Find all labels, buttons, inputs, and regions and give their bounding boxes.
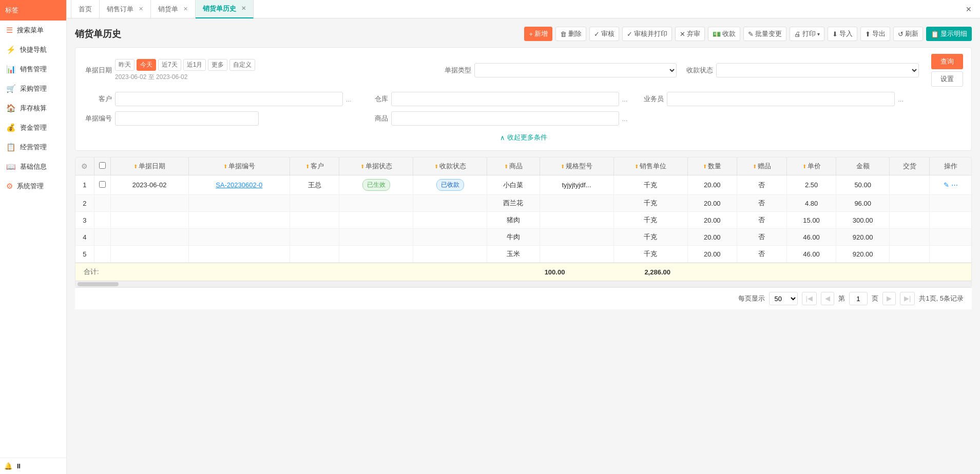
spec-sort[interactable]: ⬆ 规格型号 xyxy=(544,162,609,171)
warehouse-dots-icon[interactable]: ... xyxy=(622,95,628,103)
docno-input[interactable] xyxy=(115,111,259,126)
prev-page-button[interactable]: ◀ xyxy=(821,292,834,305)
gift-sort[interactable]: ⬆ 赠品 xyxy=(741,162,782,171)
row-doc-no-cell[interactable] xyxy=(188,195,290,212)
edit-icon[interactable]: ✎ xyxy=(944,181,949,189)
row-checkbox-cell[interactable] xyxy=(94,195,110,212)
price-sort[interactable]: ⬆ 单价 xyxy=(791,162,832,171)
tab-sales-order[interactable]: 销售订单 ✕ xyxy=(100,0,151,18)
show-detail-button[interactable]: 📋 显示明细 xyxy=(926,27,972,41)
warehouse-input[interactable] xyxy=(391,92,619,106)
row-doc-no-cell[interactable] xyxy=(188,212,290,229)
doc-no-link[interactable]: SA-20230602-0 xyxy=(216,181,262,189)
refresh-button[interactable]: ↺ 刷新 xyxy=(893,27,923,41)
tab-home[interactable]: 首页 xyxy=(71,0,100,18)
collect-status-select[interactable] xyxy=(716,63,919,77)
page-number-input[interactable] xyxy=(849,292,868,305)
tab-sales-delivery[interactable]: 销货单 ✕ xyxy=(151,0,196,18)
col-doc-date-header[interactable]: ⬆ 单据日期 xyxy=(110,157,188,175)
col-doc-no-header[interactable]: ⬆ 单据编号 xyxy=(188,157,290,175)
pause-icon[interactable]: ⏸ xyxy=(15,462,22,470)
new-button[interactable]: + 新增 xyxy=(524,27,552,41)
col-collect-status-header[interactable]: ⬆ 收款状态 xyxy=(413,157,487,175)
row-action-cell[interactable] xyxy=(930,212,971,229)
row-action-cell[interactable] xyxy=(930,195,971,212)
doc-status-sort[interactable]: ⬆ 单据状态 xyxy=(343,162,409,171)
staff-dots-icon[interactable]: ... xyxy=(898,95,904,103)
date-btn-yesterday[interactable]: 昨天 xyxy=(115,59,134,71)
col-doc-status-header[interactable]: ⬆ 单据状态 xyxy=(339,157,413,175)
date-btn-7days[interactable]: 近7天 xyxy=(158,59,181,71)
next-page-button[interactable]: ▶ xyxy=(882,292,896,305)
select-all-checkbox[interactable] xyxy=(99,162,106,169)
close-sales-delivery-icon[interactable]: ✕ xyxy=(183,6,188,12)
first-page-button[interactable]: |◀ xyxy=(802,292,817,305)
sidebar-item-sys-mgmt[interactable]: ⚙ 系统管理 xyxy=(0,176,66,196)
abandon-button[interactable]: ✕ 弃审 xyxy=(675,27,705,41)
row-doc-no-cell[interactable] xyxy=(188,246,290,263)
row-checkbox-cell[interactable] xyxy=(94,175,110,195)
import-button[interactable]: ⬇ 导入 xyxy=(828,27,857,41)
row-action-cell[interactable]: ✎⋯ xyxy=(930,175,971,195)
doc-no-sort[interactable]: ⬆ 单据编号 xyxy=(193,162,285,171)
customer-input[interactable] xyxy=(115,92,343,106)
col-customer-header[interactable]: ⬆ 客户 xyxy=(290,157,339,175)
staff-input[interactable] xyxy=(667,92,895,106)
col-goods-header[interactable]: ⬆ 商品 xyxy=(487,157,540,175)
close-sales-history-icon[interactable]: ✕ xyxy=(241,5,246,12)
per-page-select[interactable]: 50 100 200 xyxy=(769,292,798,305)
horizontal-scrollbar[interactable] xyxy=(75,281,971,287)
doc-date-sort[interactable]: ⬆ 单据日期 xyxy=(115,162,184,171)
gear-icon[interactable]: ⚙ xyxy=(81,162,88,170)
more-icon[interactable]: ⋯ xyxy=(951,181,958,189)
query-button[interactable]: 查询 xyxy=(931,54,963,69)
close-sales-order-icon[interactable]: ✕ xyxy=(139,6,143,12)
goods-dots-icon[interactable]: ... xyxy=(622,115,628,123)
col-spec-header[interactable]: ⬆ 规格型号 xyxy=(540,157,613,175)
col-price-header[interactable]: ⬆ 单价 xyxy=(786,157,836,175)
tab-sales-history[interactable]: 销货单历史 ✕ xyxy=(196,0,254,18)
export-button[interactable]: ⬆ 导出 xyxy=(860,27,890,41)
row-checkbox-cell[interactable] xyxy=(94,212,110,229)
sidebar-item-quick-nav[interactable]: ⚡ 快捷导航 xyxy=(0,40,66,60)
qty-sort[interactable]: ⬆ 数量 xyxy=(692,162,733,171)
row-action-cell[interactable] xyxy=(930,229,971,246)
sidebar-item-ops-mgmt[interactable]: 📋 经营管理 xyxy=(0,137,66,157)
col-checkbox-header[interactable] xyxy=(94,157,110,175)
row-checkbox[interactable] xyxy=(99,181,106,188)
scroll-thumb[interactable] xyxy=(78,282,119,286)
setting-button[interactable]: 设置 xyxy=(931,71,963,87)
col-qty-header[interactable]: ⬆ 数量 xyxy=(687,157,737,175)
col-settings-header[interactable]: ⚙ xyxy=(75,157,94,175)
goods-input[interactable] xyxy=(391,111,619,126)
collect-button[interactable]: 💵 收款 xyxy=(708,27,740,41)
row-doc-no-cell[interactable]: SA-20230602-0 xyxy=(188,175,290,195)
customer-dots-icon[interactable]: ... xyxy=(346,95,352,103)
date-btn-more[interactable]: 更多 xyxy=(208,59,227,71)
sidebar-item-basic-info[interactable]: 📖 基础信息 xyxy=(0,157,66,176)
date-btn-1month[interactable]: 近1月 xyxy=(183,59,206,71)
row-action-cell[interactable] xyxy=(930,246,971,263)
col-unit-header[interactable]: ⬆ 销售单位 xyxy=(613,157,687,175)
unit-sort[interactable]: ⬆ 销售单位 xyxy=(618,162,683,171)
date-btn-custom[interactable]: 自定义 xyxy=(229,59,255,71)
collect-status-sort[interactable]: ⬆ 收款状态 xyxy=(417,162,483,171)
goods-sort[interactable]: ⬆ 商品 xyxy=(491,162,535,171)
row-checkbox-cell[interactable] xyxy=(94,246,110,263)
audit-print-button[interactable]: ✓ 审核并打印 xyxy=(622,27,672,41)
audit-button[interactable]: ✓ 审核 xyxy=(589,27,619,41)
customer-sort[interactable]: ⬆ 客户 xyxy=(294,162,335,171)
col-gift-header[interactable]: ⬆ 赠品 xyxy=(737,157,787,175)
sidebar-item-purchase-mgmt[interactable]: 🛒 采购管理 xyxy=(0,79,66,98)
delete-button[interactable]: 🗑 删除 xyxy=(555,27,586,41)
collapse-button[interactable]: ∧ 收起更多条件 xyxy=(84,131,963,144)
notification-icon[interactable]: 🔔 xyxy=(4,462,12,470)
row-checkbox-cell[interactable] xyxy=(94,229,110,246)
batch-change-button[interactable]: ✎ 批量变更 xyxy=(743,27,786,41)
doc-type-select[interactable] xyxy=(474,63,677,77)
print-button[interactable]: 🖨 打印 ▾ xyxy=(790,27,824,41)
row-doc-no-cell[interactable] xyxy=(188,229,290,246)
sidebar-item-finance-mgmt[interactable]: 💰 资金管理 xyxy=(0,118,66,137)
date-btn-today[interactable]: 今天 xyxy=(137,59,156,71)
sidebar-item-sales-mgmt[interactable]: 📊 销售管理 xyxy=(0,60,66,79)
